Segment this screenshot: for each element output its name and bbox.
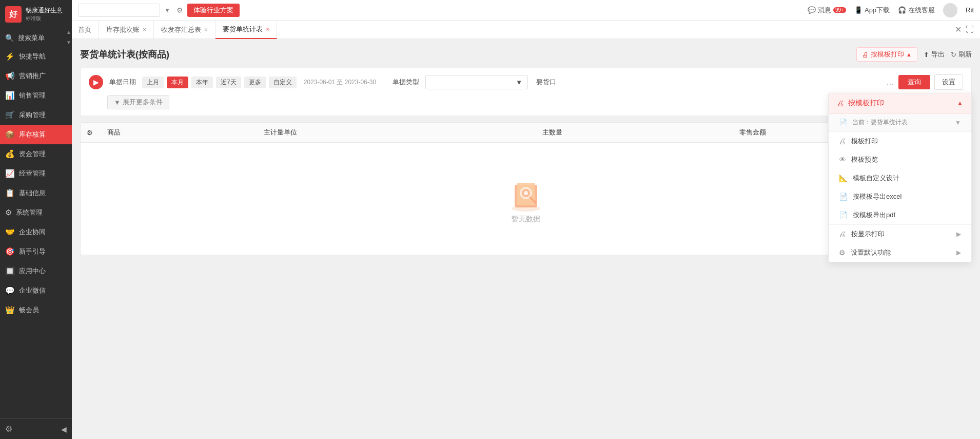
- sidebar-item-operations[interactable]: 📈 经营管理: [0, 164, 72, 183]
- search-menu[interactable]: 🔍 搜索菜单: [0, 29, 72, 47]
- tab-receipt-summary-close[interactable]: ×: [204, 26, 208, 33]
- message-btn[interactable]: 💬 消息 99+: [808, 6, 846, 15]
- wxwork-icon: 💬: [5, 286, 15, 295]
- col-settings[interactable]: ⚙: [81, 123, 101, 143]
- col-unit-label: 主计量单位: [264, 128, 297, 136]
- doc-type-select[interactable]: ▼: [425, 75, 528, 89]
- online-service-btn[interactable]: 🎧 在线客服: [898, 6, 935, 15]
- current-year-btn[interactable]: 本年: [191, 77, 213, 88]
- tab-home-label: 首页: [78, 25, 91, 34]
- template-excel-item[interactable]: 📄 按模板导出excel: [829, 187, 971, 206]
- last-7-days-btn[interactable]: 近7天: [216, 77, 241, 88]
- tab-inventory-batch-close[interactable]: ×: [143, 26, 146, 33]
- filter-toggle-btn[interactable]: ▶: [89, 75, 103, 89]
- sidebar-item-member[interactable]: 👑 畅会员: [0, 300, 72, 320]
- tabs-right-controls: ✕ ⛶: [955, 25, 974, 34]
- app-download-btn[interactable]: 📱 App下载: [854, 6, 890, 15]
- tab-requisition-stats-label: 要货单统计表: [223, 25, 263, 34]
- default-func-arrow: ▶: [956, 249, 961, 256]
- member-icon: 👑: [5, 306, 15, 315]
- template-print-item[interactable]: 🖨 模板打印: [829, 132, 971, 150]
- sidebar-item-wxwork[interactable]: 💬 企业微信: [0, 281, 72, 300]
- sidebar-item-sales[interactable]: 📊 销售管理: [0, 86, 72, 105]
- tab-receipt-summary[interactable]: 收发存汇总表 ×: [154, 21, 215, 39]
- query-btn[interactable]: 查询: [898, 75, 930, 89]
- tab-home[interactable]: 首页: [78, 21, 99, 39]
- export-icon: ⬆: [924, 51, 929, 59]
- finance-icon: 💰: [5, 149, 15, 159]
- settings-icon[interactable]: ⚙: [5, 424, 12, 434]
- print-btn-label: 按模板打印: [871, 50, 904, 59]
- tab-requisition-stats[interactable]: 要货单统计表 ×: [215, 21, 277, 39]
- print-dropdown-arrow[interactable]: ▲: [906, 51, 912, 58]
- more-btn[interactable]: 更多: [244, 77, 266, 88]
- tab-requisition-stats-close[interactable]: ×: [266, 26, 269, 33]
- nav-dropdown-arrow[interactable]: ▼: [164, 7, 170, 14]
- dropdown-header-right: ▲: [957, 100, 963, 107]
- industry-solution-btn[interactable]: 体验行业方案: [187, 4, 240, 17]
- marketing-icon: 📢: [5, 71, 15, 81]
- dropdown-up-arrow[interactable]: ▲: [957, 100, 963, 107]
- page-title: 要货单统计表(按商品): [80, 48, 169, 61]
- sidebar-item-label: 销售管理: [19, 91, 46, 100]
- default-func-item[interactable]: ⚙ 设置默认功能 ▶: [829, 243, 971, 262]
- template-preview-label: 模板预览: [851, 155, 878, 164]
- expand-icon: ▼: [114, 99, 121, 106]
- sidebar-item-finance[interactable]: 💰 资金管理: [0, 144, 72, 164]
- sidebar-item-inventory[interactable]: 📦 库存核算: [0, 125, 72, 144]
- app-logo: 好 畅康通好生意 标准版: [0, 0, 72, 29]
- filter-settings-btn[interactable]: 设置: [934, 74, 963, 90]
- sidebar-item-appcenter[interactable]: 🔲 应用中心: [0, 261, 72, 281]
- col-unit: 主计量单位: [258, 123, 536, 143]
- template-preview-item[interactable]: 👁 模板预览: [829, 150, 971, 169]
- current-template-icon: 📄: [839, 119, 847, 126]
- template-excel-icon: 📄: [839, 193, 848, 201]
- sidebar-item-label: 资金管理: [19, 149, 46, 159]
- expand-conditions-btn[interactable]: ▼ 展开更多条件: [107, 95, 169, 109]
- user-avatar[interactable]: [943, 3, 957, 17]
- date-range-display: 2023-06-01 至 2023-06-30: [304, 78, 376, 87]
- filter-row-1: ▶ 单据日期 上月 本月 本年 近7天 更多 自定义 2023-06-01 至 …: [89, 74, 963, 90]
- sidebar-item-collab[interactable]: 🤝 企业协同: [0, 222, 72, 242]
- template-pdf-item[interactable]: 📄 按模板导出pdf: [829, 206, 971, 224]
- expand-window-btn[interactable]: ⛶: [966, 25, 974, 34]
- nav-search-input[interactable]: [78, 4, 160, 17]
- print-btn[interactable]: 🖨 按模板打印 ▲: [856, 47, 917, 62]
- sidebar-item-purchase[interactable]: 🛒 采购管理: [0, 105, 72, 125]
- online-service-label: 在线客服: [908, 6, 935, 15]
- printer-icon: 🖨: [862, 51, 869, 59]
- export-btn[interactable]: ⬆ 导出: [924, 50, 945, 59]
- prev-month-btn[interactable]: 上月: [142, 77, 164, 88]
- current-month-btn[interactable]: 本月: [167, 77, 188, 88]
- template-custom-item[interactable]: 📐 模板自定义设计: [829, 169, 971, 187]
- col-product-label: 商品: [107, 128, 121, 136]
- topbar-gear-icon[interactable]: ⚙: [177, 6, 183, 14]
- tab-inventory-batch[interactable]: 库存批次账 ×: [99, 21, 154, 39]
- more-options-icon[interactable]: …: [886, 78, 894, 87]
- doc-type-arrow: ▼: [516, 79, 522, 86]
- template-preview-icon: 👁: [839, 156, 846, 164]
- template-pdf-label: 按模板导出pdf: [853, 211, 895, 220]
- topbar: ▼ ⚙ 体验行业方案 💬 消息 99+ 📱 App下载 🎧 在线客服 Rit: [72, 0, 980, 21]
- purchase-icon: 🛒: [5, 110, 15, 120]
- scroll-up-arrow[interactable]: ▲: [65, 27, 73, 37]
- current-template-item[interactable]: 📄 当前：要货单统计表 ▼: [829, 113, 971, 132]
- sidebar-item-basics[interactable]: 📋 基础信息: [0, 183, 72, 203]
- sidebar-item-newbie[interactable]: 🎯 新手引导: [0, 242, 72, 261]
- page-actions: 🖨 按模板打印 ▲ ⬆ 导出 ↻ 刷新: [856, 47, 972, 62]
- sidebar-item-system[interactable]: ⚙ 系统管理: [0, 203, 72, 222]
- sidebar-item-label: 快捷导航: [19, 52, 46, 61]
- display-print-arrow: ▶: [956, 231, 961, 238]
- display-print-item[interactable]: 🖨 按显示打印 ▶: [829, 225, 971, 243]
- requisition-filter-label: 要货口: [536, 78, 556, 87]
- dropdown-title: 按模板打印: [848, 99, 884, 108]
- sidebar-item-marketing[interactable]: 📢 营销推广: [0, 66, 72, 86]
- close-all-tabs-btn[interactable]: ✕: [955, 25, 962, 34]
- custom-btn[interactable]: 自定义: [269, 77, 297, 88]
- refresh-btn[interactable]: ↻ 刷新: [951, 50, 972, 59]
- refresh-icon: ↻: [951, 51, 956, 59]
- default-func-label: 设置默认功能: [851, 248, 891, 257]
- sidebar-item-quick-nav[interactable]: ⚡ 快捷导航: [0, 47, 72, 66]
- date-buttons: 上月 本月 本年 近7天 更多 自定义 2023-06-01 至 2023-06…: [142, 77, 376, 88]
- collapse-icon[interactable]: ◀: [61, 425, 67, 433]
